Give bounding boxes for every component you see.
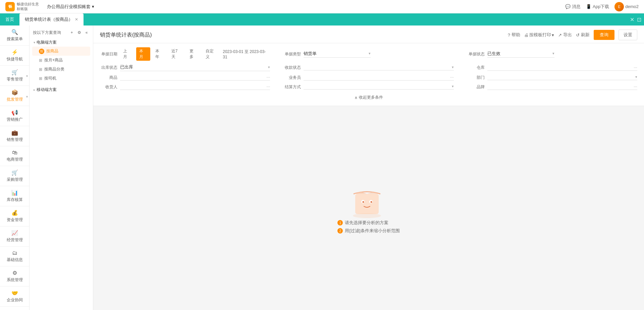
by-month-product-icon: ⊞: [39, 58, 42, 63]
empty-illustration: [348, 182, 389, 216]
sidebar-item-inventory[interactable]: 📊 库存核算: [0, 186, 29, 206]
receipt-status-control: ▾: [304, 65, 453, 70]
query-button[interactable]: 查询: [594, 30, 614, 40]
department-arrow-icon[interactable]: ▾: [635, 75, 637, 79]
date-range-display: 2023-03-01 至 2023-03-31: [223, 49, 270, 59]
retail-expand-icon: ▾: [26, 74, 28, 78]
tab-close-window-icon[interactable]: ✕: [630, 16, 634, 23]
date-btn-more[interactable]: 更多: [186, 47, 201, 61]
sidebar-item-purchase[interactable]: 🛒 采购管理: [0, 166, 29, 186]
base-icon: 🗂: [12, 250, 17, 256]
payment-arrow-icon[interactable]: ▾: [452, 84, 454, 89]
user-action[interactable]: E demo2: [614, 2, 639, 11]
doc-status-arrow-icon[interactable]: ▾: [552, 51, 554, 56]
doc-status-value: 已生效: [487, 51, 500, 57]
mobile-group-title[interactable]: ▸ 移动端方案: [32, 86, 90, 94]
salesperson-dots-icon[interactable]: ···: [450, 74, 454, 80]
help-action[interactable]: ? 帮助: [508, 32, 520, 38]
scheme-item-by-cashier[interactable]: ⊞ 按司机: [32, 74, 90, 83]
out-status-label: 出库状态: [100, 65, 117, 70]
sidebar-item-retail[interactable]: 🛒 零售管理 ▾: [0, 66, 29, 86]
scheme-item-by-product[interactable]: 按 按商品: [32, 47, 90, 56]
sidebar-item-business[interactable]: 📈 经营管理: [0, 226, 29, 247]
sidebar-item-sales[interactable]: 💼 销售管理: [0, 126, 29, 146]
brand-control: ···: [487, 84, 637, 90]
receiver-dots-icon[interactable]: ···: [266, 84, 270, 89]
marketing-icon: 📢: [11, 109, 18, 116]
system-icon: ⚙: [12, 270, 17, 276]
sidebar-item-ecommerce[interactable]: 🛍 电商管理: [0, 146, 29, 166]
avatar: E: [614, 2, 624, 11]
tip-1-num: 1: [337, 220, 343, 225]
finance-icon: 💰: [11, 210, 18, 216]
mobile-group-arrow: ▸: [34, 88, 35, 92]
date-filter-controls: 上月 本月 本年 近7天 更多 自定义 2023-03-01 至 2023-03…: [120, 47, 270, 61]
product-dots-icon[interactable]: ···: [266, 74, 270, 80]
message-action[interactable]: 💬 消息: [565, 4, 581, 10]
svg-point-4: [371, 201, 372, 203]
tab-home[interactable]: 首页: [0, 13, 19, 25]
sidebar: 🔍 搜索菜单 ⚡ 快捷导航 🛒 零售管理 ▾ 📦 批发管理 ▴ 📢 营销推广 💼…: [0, 25, 30, 310]
retail-icon: 🛒: [11, 69, 18, 75]
scheme-item-by-month-product[interactable]: ⊞ 按月+商品: [32, 56, 90, 65]
filter-area: 单据日期 上月 本月 本年 近7天 更多 自定义 2023-03-01 至 20…: [93, 43, 644, 106]
tab-maximize-icon[interactable]: ⊡: [637, 16, 641, 23]
sidebar-item-finance[interactable]: 💰 资金管理: [0, 206, 29, 226]
desktop-group-title[interactable]: ▾ 电脑端方案: [32, 38, 90, 47]
sidebar-item-corp[interactable]: 🤝 企业协同: [0, 287, 29, 307]
industry-selector[interactable]: 办公用品行业模拟账套 ▾: [47, 4, 94, 10]
config-scheme-btn[interactable]: ⚙: [76, 30, 82, 36]
app-download-action[interactable]: 📱 App下载: [586, 4, 609, 10]
tab-close-icon[interactable]: ✕: [75, 17, 78, 22]
sidebar-item-marketing[interactable]: 📢 营销推广: [0, 106, 29, 126]
print-action[interactable]: 🖨 按模板打印 ▾: [524, 32, 554, 38]
right-content: 销货单统计表(按商品) ? 帮助 🖨 按模板打印 ▾ ↗ 导出: [93, 25, 644, 310]
date-btn-custom[interactable]: 自定义: [203, 47, 221, 61]
sidebar-item-system[interactable]: ⚙ 系统管理: [0, 266, 29, 287]
by-category-icon: ⊞: [39, 67, 42, 72]
out-status-value: 已出库: [120, 64, 133, 70]
content-area: 按以下方案查询 + ⚙ « ▾ 电脑端方案 按 按商品 ⊞: [30, 25, 644, 310]
sidebar-item-newbie[interactable]: 🎓 新手引导: [0, 307, 29, 310]
mobile-scheme-group: ▸ 移动端方案: [30, 84, 93, 95]
filter-row-3: 商品 ··· 业务员 ···: [100, 74, 637, 81]
export-action[interactable]: ↗ 导出: [558, 32, 572, 38]
sidebar-item-search[interactable]: 🔍 搜索菜单: [0, 25, 29, 46]
print-icon: 🖨: [524, 33, 529, 38]
doc-type-control: 销货单 ▾: [304, 51, 371, 58]
brand-dots-icon[interactable]: ···: [634, 84, 637, 89]
date-btn-thisyear[interactable]: 本年: [152, 47, 166, 61]
add-scheme-btn[interactable]: +: [69, 30, 75, 36]
date-btn-thismonth[interactable]: 本月: [136, 47, 150, 61]
sidebar-item-base[interactable]: 🗂 基础信息: [0, 247, 29, 266]
date-label: 单据日期: [100, 51, 117, 57]
filter-receipt-status: 收款状态 ▾: [283, 65, 453, 70]
brand-label: 品牌: [467, 84, 485, 90]
page-title: 销货单统计表(按商品): [100, 32, 152, 39]
collapse-panel-btn[interactable]: «: [84, 30, 90, 36]
refresh-action[interactable]: ↺ 刷新: [576, 32, 590, 38]
settings-button[interactable]: 设置: [619, 30, 637, 40]
collapse-up-icon: ∧: [355, 95, 358, 100]
sales-icon: 💼: [11, 130, 18, 136]
doc-type-arrow-icon[interactable]: ▾: [369, 51, 371, 56]
salesperson-control: ···: [304, 74, 453, 81]
out-status-arrow-icon[interactable]: ▾: [268, 65, 270, 69]
empty-tip-2: 2 用[过滤]条件来缩小分析范围: [337, 228, 399, 234]
salesperson-label: 业务员: [283, 75, 301, 81]
receiver-control: ···: [120, 84, 270, 90]
svg-point-5: [353, 213, 381, 218]
tab-sales-stat[interactable]: 销货单统计表（按商品） ✕: [19, 13, 84, 25]
product-label: 商品: [100, 75, 117, 81]
scheme-item-by-category[interactable]: ⊞ 按商品分类: [32, 65, 90, 74]
warehouse-dots-icon[interactable]: ···: [634, 65, 637, 70]
logo-icon: 畅: [5, 2, 15, 11]
sidebar-item-wholesale[interactable]: 📦 批发管理 ▴: [0, 86, 29, 106]
collapse-more-btn[interactable]: ∧ 收起更多条件: [100, 93, 637, 102]
left-panel-header: 按以下方案查询 + ⚙ «: [30, 28, 93, 37]
date-btn-lastmonth[interactable]: 上月: [120, 47, 134, 61]
date-btn-7days[interactable]: 近7天: [168, 47, 185, 61]
sidebar-item-quick-nav[interactable]: ⚡ 快捷导航: [0, 46, 29, 66]
warehouse-label: 仓库: [467, 65, 485, 70]
receipt-status-arrow-icon[interactable]: ▾: [452, 65, 454, 69]
